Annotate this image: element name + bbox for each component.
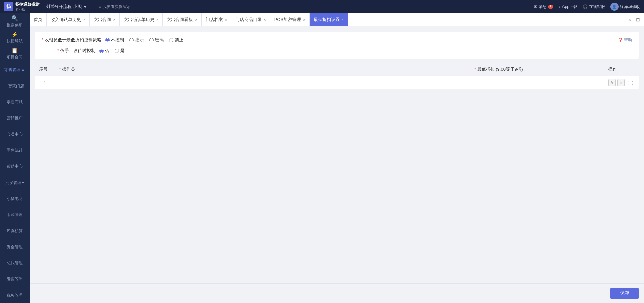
discount-required-star: [474, 67, 477, 72]
tab-bar-right: × ⊞: [627, 16, 644, 23]
sidebar-item-ledger[interactable]: 总账管理: [0, 255, 30, 271]
retail-label-container: 零售管理 ▲: [4, 67, 25, 73]
tab-more-button[interactable]: ⊞: [635, 16, 641, 23]
close-tab-store-file[interactable]: ×: [225, 18, 227, 22]
table-row: 1 ✎ ✕ ⋮⋮: [35, 76, 639, 89]
sidebar-label-inventory: 库存核算: [7, 228, 23, 234]
demo-link[interactable]: ○ 我要看实例演示: [99, 4, 130, 10]
sidebar-label-tax: 税务管理: [7, 293, 23, 298]
contract-icon: 📋: [11, 47, 18, 54]
tab-home[interactable]: 首页: [30, 13, 47, 26]
close-tab-store-catalog[interactable]: ×: [264, 18, 266, 22]
sidebar-label-help: 帮助中心: [7, 164, 23, 169]
divider: [94, 3, 94, 10]
col-header-seq: 序号: [35, 63, 55, 76]
col-header-operator: 操作员: [55, 63, 470, 76]
sidebar-item-project[interactable]: 📋 项目合同: [0, 46, 30, 62]
sidebar-item-tax[interactable]: 税务管理: [0, 287, 30, 303]
message-button[interactable]: ✉ 消息 8: [534, 4, 553, 10]
close-tab-min-discount[interactable]: ×: [342, 18, 344, 22]
tab-min-discount-label: 最低折扣设置: [314, 17, 340, 23]
strategy-no-control-input[interactable]: [105, 38, 110, 42]
sidebar-label-ecommerce: 小畅电商: [7, 196, 23, 202]
chevron-down-icon: ▾: [84, 4, 86, 9]
sidebar-item-finance[interactable]: 资金管理: [0, 239, 30, 255]
manual-no-input[interactable]: [99, 49, 104, 53]
strategy-no-control[interactable]: 不控制: [105, 37, 124, 43]
edit-button-1[interactable]: ✎: [608, 79, 616, 86]
close-tab-purchase-contract[interactable]: ×: [113, 18, 115, 22]
project-name: 测试分开流程-小贝: [46, 4, 82, 10]
sidebar-item-purchase[interactable]: 采购管理: [0, 207, 30, 223]
sidebar-item-help[interactable]: 帮助中心: [0, 158, 30, 174]
strategy-remind-label: 提示: [135, 37, 144, 43]
table-header-row: 序号 操作员 最低折扣 (9.00等于9折) 操作: [35, 63, 639, 76]
sidebar-item-member[interactable]: 会员中心: [0, 126, 30, 142]
sidebar-item-inventory[interactable]: 库存核算: [0, 223, 30, 239]
sidebar-item-retail-stat[interactable]: 零售统计: [0, 142, 30, 158]
close-tab-pos-password[interactable]: ×: [303, 18, 305, 22]
lightning-icon: ⚡: [11, 31, 18, 38]
header-left: 畅 畅捷通好业财 专业版 测试分开流程-小贝 ▾ ○ 我要看实例演示: [4, 2, 131, 12]
tab-store-file[interactable]: 门店档案 ×: [202, 13, 231, 26]
manual-no-label: 否: [105, 48, 109, 54]
sidebar-item-search[interactable]: 🔍 搜索菜单: [0, 13, 30, 30]
tab-store-catalog[interactable]: 门店商品目录 ×: [231, 13, 270, 26]
tab-income-confirm[interactable]: 收入确认单历史 ×: [47, 13, 90, 26]
help-link[interactable]: ❓ 帮助: [618, 37, 632, 43]
app-download-button[interactable]: ↓ App下载: [559, 4, 577, 10]
top-header: 畅 畅捷通好业财 专业版 测试分开流程-小贝 ▾ ○ 我要看实例演示 ✉ 消息 …: [0, 0, 644, 13]
manual-yes[interactable]: 是: [115, 48, 125, 54]
close-all-tabs-button[interactable]: ×: [627, 16, 633, 23]
strategy-label: 收银员低于最低折扣控制策略: [42, 37, 101, 43]
strategy-password-label: 密码: [155, 37, 164, 43]
strategy-password-input[interactable]: [149, 38, 154, 42]
tab-expense-confirm[interactable]: 支出确认单历史 ×: [120, 13, 163, 26]
close-tab-income-confirm[interactable]: ×: [83, 18, 85, 22]
sidebar-item-retail[interactable]: 零售管理 ▲: [0, 62, 30, 78]
tab-min-discount[interactable]: 最低折扣设置 ×: [310, 13, 348, 26]
operator-required-star: [59, 67, 62, 72]
sidebar-item-online-store[interactable]: 零售商城: [0, 94, 30, 110]
save-button[interactable]: 保存: [610, 288, 639, 299]
tab-purchase-board[interactable]: 支出合同看板 ×: [163, 13, 201, 26]
sidebar-label-purchase: 采购管理: [7, 212, 23, 218]
drag-handle-1[interactable]: ⋮⋮: [626, 80, 635, 85]
sidebar-item-invoice[interactable]: 发票管理: [0, 271, 30, 287]
user-menu[interactable]: 👤 徐泽华修改: [610, 3, 640, 11]
strategy-row: 收银员低于最低折扣控制策略 不控制 提示 密码: [42, 37, 632, 43]
headset-icon: 🎧: [583, 4, 588, 9]
message-badge: 8: [548, 5, 553, 9]
strategy-password[interactable]: 密码: [149, 37, 164, 43]
tab-purchase-contract[interactable]: 支出合同 ×: [90, 13, 119, 26]
delete-button-1[interactable]: ✕: [617, 79, 625, 86]
project-selector[interactable]: 测试分开流程-小贝 ▾: [43, 2, 89, 11]
sidebar-item-marketing[interactable]: 营销推广: [0, 110, 30, 126]
strategy-forbid[interactable]: 禁止: [169, 37, 183, 43]
header-right: ✉ 消息 8 ↓ App下载 🎧 在线客服 👤 徐泽华修改: [534, 3, 640, 11]
strategy-remind[interactable]: 提示: [129, 37, 144, 43]
action-buttons-1: ✎ ✕ ⋮⋮: [608, 79, 635, 86]
close-tab-purchase-board[interactable]: ×: [195, 18, 197, 22]
tab-pos-password[interactable]: POS加密管理 ×: [270, 13, 310, 26]
sidebar-label-shortcut: 快捷导航: [7, 38, 23, 44]
cell-discount-1: [470, 76, 604, 89]
close-tab-expense-confirm[interactable]: ×: [156, 18, 158, 22]
strategy-forbid-input[interactable]: [169, 38, 173, 42]
cell-action-1: ✎ ✕ ⋮⋮: [604, 76, 639, 89]
tab-purchase-contract-label: 支出合同: [94, 17, 111, 23]
sidebar-item-wholesale[interactable]: 批发管理 ▾: [0, 174, 30, 191]
sidebar-item-shortcut[interactable]: ⚡ 快捷导航: [0, 30, 30, 46]
sidebar-item-ecommerce[interactable]: 小畅电商: [0, 191, 30, 207]
page-content: 收银员低于最低折扣控制策略 不控制 提示 密码: [30, 26, 644, 283]
sidebar-label-ledger: 总账管理: [7, 260, 23, 266]
strategy-remind-input[interactable]: [129, 38, 134, 42]
sidebar-label-search: 搜索菜单: [7, 22, 23, 28]
strategy-radio-group: 不控制 提示 密码 禁止: [105, 37, 183, 43]
sidebar-label-online-store: 零售商城: [7, 99, 23, 105]
manual-yes-input[interactable]: [115, 49, 119, 53]
customer-service-button[interactable]: 🎧 在线客服: [583, 4, 605, 10]
sidebar-item-smart-store[interactable]: 智慧门店: [0, 78, 30, 94]
manual-no[interactable]: 否: [99, 48, 109, 54]
play-circle-icon: ○: [99, 4, 101, 9]
